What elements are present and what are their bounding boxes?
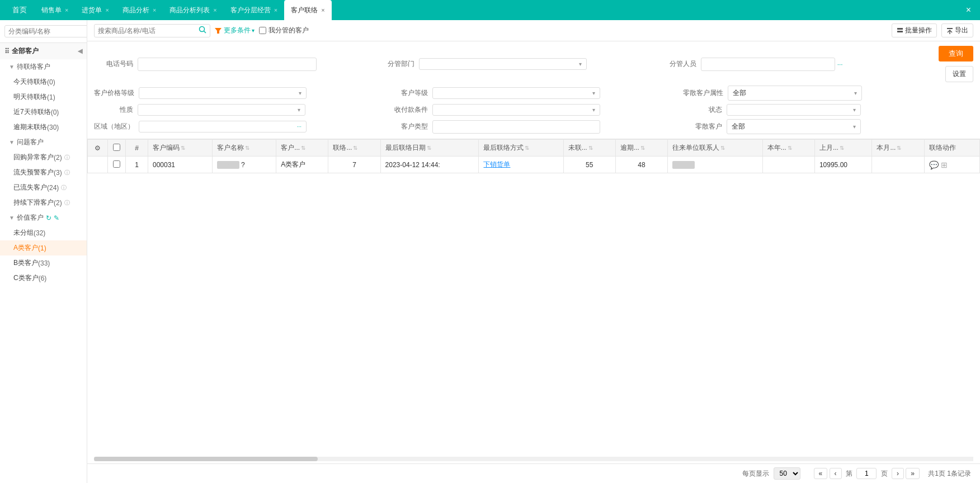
sidebar-item-overdue[interactable]: 逾期未联络 (30)	[0, 120, 87, 135]
export-button[interactable]: 导出	[941, 23, 973, 37]
customer-type-label: 客户类型	[389, 122, 428, 131]
person-input[interactable]	[701, 58, 835, 71]
phone-input[interactable]	[138, 58, 317, 71]
filter-bar: 更多条件 ▾ 我分管的客户 批量操作	[87, 20, 980, 41]
chevron-down-icon-grade: ▾	[592, 90, 595, 96]
sidebar-search-input[interactable]	[4, 25, 87, 37]
prev-page-button[interactable]: ‹	[830, 468, 842, 479]
tab-close-analysis[interactable]: ×	[153, 7, 156, 13]
person-more-icon[interactable]: ···	[837, 60, 843, 68]
sort-icon-overdue[interactable]: ⇅	[640, 145, 645, 151]
collapse-icon: ◀	[78, 48, 82, 55]
sidebar-item-churn-warning[interactable]: 流失预警客户 (3) ⓘ	[0, 165, 87, 180]
tab-close-customer-contact[interactable]: ×	[321, 7, 324, 13]
content-area: 更多条件 ▾ 我分管的客户 批量操作	[87, 20, 980, 483]
settings-button[interactable]: 设置	[945, 66, 973, 82]
sort-icon-code[interactable]: ⇅	[181, 145, 185, 151]
dots-icon: ⠿	[4, 48, 10, 55]
retail-customer-select[interactable]: 全部 ▾	[727, 119, 861, 134]
tab-close-purchase[interactable]: ×	[105, 7, 109, 13]
customer-grade-select[interactable]: ▾	[432, 87, 600, 99]
dept-select[interactable]: ▾	[419, 58, 587, 70]
tab-close-customer-mgmt[interactable]: ×	[274, 7, 277, 13]
arrow-down-icon-3: ▼	[9, 215, 15, 221]
price-grade-select[interactable]: ▾	[139, 87, 307, 99]
nav-tab-customer-mgmt[interactable]: 客户分层经营 ×	[224, 0, 284, 20]
sort-icon-no-contact[interactable]: ⇅	[588, 145, 593, 151]
payment-select[interactable]: ▾	[432, 104, 600, 116]
sidebar-value-customers-group[interactable]: ▼ 价值客户 ↻ ✎	[0, 210, 87, 225]
sort-icon-name[interactable]: ⇅	[245, 145, 249, 151]
sidebar-item-tomorrow[interactable]: 明天待联络 (1)	[0, 89, 87, 105]
refresh-icon[interactable]: ↻	[46, 214, 51, 222]
sort-icon-last-month[interactable]: ⇅	[840, 145, 844, 151]
sidebar-problem-customers-group[interactable]: ▼ 问题客户	[0, 135, 87, 150]
nav-tab-sales[interactable]: 销售单 ×	[35, 0, 75, 20]
page-number-input[interactable]	[856, 468, 877, 479]
qrcode-icon[interactable]: ⊞	[941, 160, 948, 169]
sidebar-item-declining[interactable]: 持续下滑客户 (2) ⓘ	[0, 195, 87, 210]
payment-label: 收付款条件	[389, 105, 428, 115]
nav-tab-purchase[interactable]: 进货单 ×	[75, 0, 115, 20]
first-page-button[interactable]: «	[814, 468, 828, 479]
nav-tab-analysis[interactable]: 商品分析 ×	[116, 0, 163, 20]
sort-icon-this-month[interactable]: ⇅	[897, 145, 901, 151]
sort-icon-method[interactable]: ⇅	[525, 145, 529, 151]
row-year-amount	[762, 157, 814, 173]
sidebar-pending-contact-group[interactable]: ▼ 待联络客户	[0, 59, 87, 74]
sort-icon-grade[interactable]: ⇅	[301, 145, 305, 151]
horizontal-scrollbar[interactable]	[94, 457, 973, 461]
sidebar-all-customers[interactable]: ⠿ 全部客户 ◀	[0, 43, 87, 59]
sidebar-item-churned[interactable]: 已流失客户 (24) ⓘ	[0, 180, 87, 195]
nav-home[interactable]: 首页	[4, 0, 35, 20]
tab-close-sales[interactable]: ×	[65, 7, 68, 13]
sidebar-search-wrap	[0, 20, 87, 43]
nav-close-all[interactable]: ×	[962, 5, 976, 15]
filter-search-input[interactable]	[98, 25, 199, 37]
sort-icon-year[interactable]: ⇅	[788, 145, 792, 151]
filter-mine-label[interactable]: 我分管的客户	[268, 26, 309, 35]
nav-tab-analysis-list[interactable]: 商品分析列表 ×	[163, 0, 223, 20]
filter-mine-checkbox[interactable]	[259, 27, 266, 34]
sidebar-item-b-class[interactable]: B类客户 (33)	[0, 255, 87, 271]
retail-attr-select[interactable]: 全部 ▾	[728, 86, 862, 101]
last-method-link[interactable]: 下销货单	[483, 160, 510, 168]
next-page-button[interactable]: ›	[892, 468, 904, 479]
scrollbar-thumb[interactable]	[94, 457, 318, 461]
sort-icon-unit-contact[interactable]: ⇅	[720, 145, 725, 151]
last-page-button[interactable]: »	[906, 468, 920, 479]
sidebar-item-today[interactable]: 今天待联络 (0)	[0, 74, 87, 89]
column-unit-contact: 往来单位联系人 ⇅	[668, 140, 763, 157]
sort-icon-date[interactable]: ⇅	[427, 145, 431, 151]
column-customer-grade: 客户... ⇅	[276, 140, 328, 157]
sidebar-item-a-class[interactable]: A类客户 (1)	[0, 240, 87, 255]
query-button[interactable]: 查询	[939, 46, 973, 61]
filter-more-button[interactable]: 更多条件 ▾	[215, 26, 255, 35]
nature-select[interactable]: ▾	[138, 104, 305, 116]
edit-icon[interactable]: ✎	[54, 214, 59, 222]
sidebar-item-7days[interactable]: 近7天待联络 (0)	[0, 105, 87, 120]
row-last-method: 下销货单	[479, 157, 563, 173]
customer-type-input[interactable]	[432, 120, 600, 134]
dots-icon-region: ···	[297, 124, 301, 130]
row-number: 1	[126, 157, 148, 173]
gear-icon[interactable]: ⚙	[95, 144, 101, 152]
sidebar-item-ungrouped[interactable]: 未分组 (32)	[0, 225, 87, 240]
column-this-month: 本月... ⇅	[872, 140, 924, 157]
sidebar-item-c-class[interactable]: C类客户 (6)	[0, 271, 87, 286]
page-size-select[interactable]: 50	[774, 467, 800, 480]
region-select[interactable]: ···	[139, 121, 307, 132]
sort-icon-contact[interactable]: ⇅	[353, 145, 357, 151]
status-select[interactable]: ▾	[727, 104, 861, 116]
chat-icon[interactable]: 💬	[929, 160, 939, 169]
filter-field-nature: 性质 ▾	[94, 104, 384, 116]
nav-tab-customer-contact[interactable]: 客户联络 ×	[284, 0, 331, 20]
batch-op-button[interactable]: 批量操作	[892, 23, 937, 37]
row-select-checkbox[interactable]	[113, 160, 120, 168]
column-number: #	[126, 140, 148, 157]
svg-rect-8	[947, 28, 953, 29]
filter-search-icon[interactable]	[199, 26, 206, 35]
sidebar-item-repurchase-abnormal[interactable]: 回购异常客户 (2) ⓘ	[0, 150, 87, 165]
tab-close-analysis-list[interactable]: ×	[213, 7, 216, 13]
select-all-checkbox[interactable]	[113, 144, 120, 151]
